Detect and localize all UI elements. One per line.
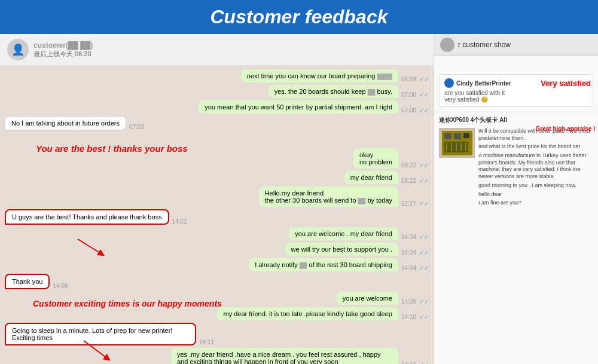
review-item: A machine manufacture in Turkey uses bet… (478, 152, 593, 181)
message-bubble: my dear friend (344, 171, 398, 184)
avatar: 👤 (7, 39, 29, 60)
product-reviews: Will it be compatible with other parts? … (478, 128, 593, 209)
message-bubble: you are welcome (337, 292, 398, 305)
page-header: Customer feedback (0, 0, 598, 34)
message-bubble: we will try our best to support you . (285, 243, 398, 256)
message-bubble: you mean that you want 50 printer by par… (199, 100, 398, 114)
message-bubble-highlight: U guys are the best! Thanks and please t… (5, 209, 169, 225)
product-section: 迷你XP600 4个头板卡 Ali Great high appraise i (434, 112, 598, 211)
message-bubble: okayno problem (353, 148, 398, 169)
right-panel-title: r customer show (458, 41, 511, 49)
chat-panel: 👤 customer(██ ██) 最后上线今天 06:20 next time… (0, 34, 434, 364)
contact-info: customer(██ ██) 最后上线今天 06:20 (33, 41, 93, 59)
message-bubble-highlight: Thank you (5, 274, 50, 289)
msg-row: yes .my dear friend .have a nice dream .… (5, 348, 429, 364)
very-satisfied-label: Very satisfied (541, 79, 591, 88)
contact-status: 最后上线今天 06:20 (33, 50, 93, 59)
contact-avatar-right (440, 38, 454, 52)
msg-row: next time you can know our board prepari… (5, 69, 429, 82)
svg-rect-3 (444, 133, 451, 139)
review-answer: very satisfied 😊 (444, 96, 588, 103)
message-bubble: yes .my dear friend .have a nice dream .… (171, 348, 398, 364)
message-bubble: my dear friend. it is too late .please k… (217, 307, 398, 320)
msg-row: Going to sleep in a minute. Lots of prep… (5, 323, 429, 345)
reviewer-avatar (444, 78, 454, 88)
msg-row: okayno problem 08:22✓✓ (5, 148, 429, 169)
message-bubble: next time you can know our board prepari… (241, 69, 398, 82)
message-bubble: yes. the 20 boards should keep ██ busy. (269, 85, 398, 98)
msg-row: yes. the 20 boards should keep ██ busy. … (5, 85, 429, 98)
review-item: and what is the best price for the board… (478, 143, 593, 151)
header-title: Customer feedback (210, 6, 388, 27)
right-panel: r customer show Very satisfied Cindy Bet… (434, 34, 598, 364)
review-item: hello dear (478, 191, 593, 198)
review-item: good morning to you . I am sleeping now. (478, 182, 593, 189)
msg-row: we will try our best to support you . 14… (5, 243, 429, 256)
msg-row: No I am talking about in future orders 0… (5, 116, 429, 130)
message-bubble-highlight: Going to sleep in a minute. Lots of prep… (5, 323, 196, 345)
review-item: I am fine are you? (478, 200, 593, 207)
main-content: 👤 customer(██ ██) 最后上线今天 06:20 next time… (0, 34, 598, 364)
chat-header: 👤 customer(██ ██) 最后上线今天 06:20 (0, 34, 434, 66)
right-panel-header: r customer show (434, 34, 598, 56)
message-bubble: you are welcome . my dear friend (289, 227, 398, 240)
product-row: Will it be compatible with other parts? … (434, 126, 598, 211)
reviewer-name: Cindy BetterPrinter (456, 80, 511, 87)
svg-rect-4 (454, 133, 461, 139)
msg-row: U guys are the best! Thanks and please t… (5, 209, 429, 225)
msg-row: you are welcome 14:09✓✓ (5, 292, 429, 305)
contact-name: customer(██ ██) (33, 41, 93, 50)
msg-row: you mean that you want 50 printer by par… (5, 100, 429, 114)
msg-row: Hello.my dear friendthe other 30 boards … (5, 186, 429, 207)
great-appraise-label: Great high appraise i (536, 126, 595, 132)
message-bubble-highlight: No I am talking about in future orders (5, 116, 126, 130)
msg-row: you are welcome . my dear friend 14:04✓✓ (5, 227, 429, 240)
svg-rect-5 (463, 133, 469, 138)
product-title: 迷你XP600 4个头板卡 Ali (434, 115, 598, 126)
board-svg (441, 130, 474, 157)
product-image (439, 128, 475, 158)
message-bubble: Hello.my dear friendthe other 30 boards … (259, 186, 398, 207)
review-question: are you satisfied with it (444, 90, 588, 96)
msg-row: Thank you 14:08 (5, 274, 429, 289)
msg-row: I already notify ██ of the rest 30 board… (5, 258, 429, 271)
msg-row: my dear friend. it is too late .please k… (5, 307, 429, 320)
message-bubble: I already notify ██ of the rest 30 board… (249, 258, 398, 271)
msg-row: my dear friend 08:22✓✓ (5, 171, 429, 184)
